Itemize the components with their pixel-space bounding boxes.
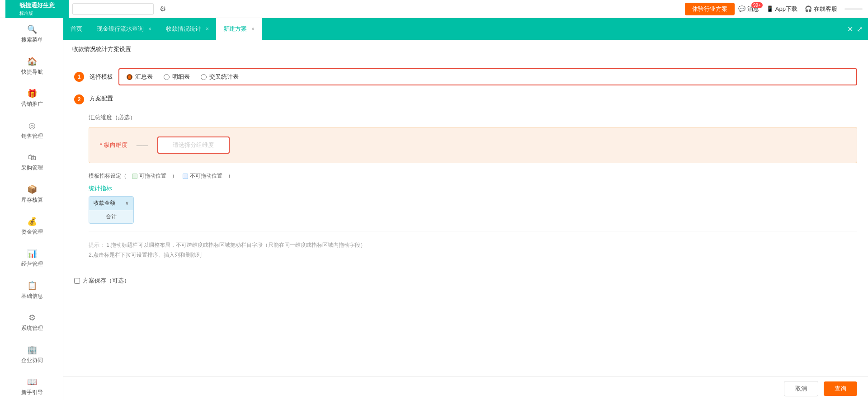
step2-label: 方案配置: [90, 94, 113, 103]
cancel-button[interactable]: 取消: [784, 381, 818, 396]
tab-new-plan-close[interactable]: ×: [251, 26, 255, 32]
sidebar: 🔍 搜索菜单 🏠 快捷导航 🎁 营销推广 ◎ 销售管理 🛍 采购管理 📦 库存核…: [0, 18, 63, 400]
template-radio-group: 汇总表 明细表 交叉统计表: [118, 68, 857, 85]
form-section: 1 选择模板 汇总表 明细表 交叉统计表: [63, 59, 868, 376]
tips-item2: 2.点击标题栏下拉可设置排序、插入列和删除列: [89, 250, 857, 260]
legend-draggable: 可拖动位置: [132, 172, 166, 180]
message-icon: 💬: [738, 5, 745, 12]
sidebar-item-operation[interactable]: 📊 经营管理: [0, 242, 63, 274]
sidebar-item-search-menu[interactable]: 🔍 搜索菜单: [0, 18, 63, 50]
metric-card-header[interactable]: 收款金额 ∨: [89, 197, 133, 210]
main-layout: 🔍 搜索菜单 🏠 快捷导航 🎁 营销推广 ◎ 销售管理 🛍 采购管理 📦 库存核…: [0, 18, 868, 400]
breadcrumb: 收款情况统计方案设置: [72, 46, 131, 52]
user-info[interactable]: [844, 8, 863, 10]
tab-bar: 首页 现金银行流水查询 × 收款情况统计 × 新建方案 × ✕ ⤢: [63, 18, 868, 40]
search-area: ⚙: [72, 3, 681, 15]
step1-label: 选择模板: [90, 73, 113, 81]
step1-row: 1 选择模板 汇总表 明细表 交叉统计表: [74, 68, 857, 85]
save-checkbox-label[interactable]: 方案保存（可选）: [74, 277, 857, 285]
headset-icon: 🎧: [805, 5, 812, 12]
search-icon: 🔍: [27, 24, 37, 34]
home-icon: 🏠: [27, 56, 37, 66]
sidebar-item-marketing[interactable]: 🎁 营销推广: [0, 82, 63, 114]
radio-detail[interactable]: 明细表: [164, 73, 190, 81]
online-support-btn[interactable]: 🎧 在线客服: [805, 5, 837, 13]
search-input[interactable]: [72, 3, 154, 15]
sidebar-item-quick-nav[interactable]: 🏠 快捷导航: [0, 50, 63, 82]
step2-circle: 2: [74, 94, 84, 104]
topbar-right: 💬 消息 99+ 📱 App下载 🎧 在线客服: [738, 5, 863, 13]
tips-divider: [89, 231, 857, 231]
sidebar-item-sales[interactable]: ◎ 销售管理: [0, 114, 63, 146]
vertical-label: * 纵向维度: [100, 141, 127, 149]
dimension-section-title: 汇总维度（必选）: [89, 113, 857, 122]
metrics-section: 模板指标设定（ 可拖动位置 ） 不可拖动位置 ）: [89, 172, 857, 224]
page-content: 收款情况统计方案设置 1 选择模板 汇总表 明细表: [63, 40, 868, 376]
radio-crosstab[interactable]: 交叉统计表: [201, 73, 239, 81]
metric-card-body: 合计: [89, 210, 133, 223]
trial-button[interactable]: 体验行业方案: [685, 3, 735, 15]
footer-area: 方案保存（可选）: [74, 271, 857, 285]
messages-badge: 99+: [751, 2, 763, 8]
dimension-select[interactable]: 请选择分组维度: [157, 136, 230, 154]
tab-bank-flow[interactable]: 现金银行流水查询 ×: [90, 18, 159, 40]
metrics-header: 模板指标设定（ 可拖动位置 ） 不可拖动位置 ）: [89, 172, 857, 180]
save-checkbox[interactable]: [74, 278, 80, 284]
app-logo: 畅捷通好生意 标准版: [5, 0, 69, 18]
sidebar-item-system[interactable]: ⚙ 系统管理: [0, 306, 63, 339]
required-star: * 纵向维度: [100, 141, 127, 148]
legend-separator: ）: [172, 172, 177, 180]
legend-non-draggable: 不可拖动位置: [183, 172, 222, 180]
sales-icon: ◎: [28, 121, 36, 131]
sidebar-item-inventory[interactable]: 📦 库存核算: [0, 178, 63, 210]
tab-maximize-icon[interactable]: ⤢: [857, 25, 863, 33]
sidebar-item-purchase[interactable]: 🛍 采购管理: [0, 146, 63, 178]
gear-icon[interactable]: ⚙: [156, 3, 169, 15]
tab-receipt-stats[interactable]: 收款情况统计 ×: [159, 18, 216, 40]
sidebar-item-enterprise-coop[interactable]: 🏢 企业协同: [0, 339, 63, 371]
step2-row: 2 方案配置: [74, 94, 857, 104]
messages-btn[interactable]: 💬 消息 99+: [738, 5, 759, 13]
dimension-arrow: ——: [137, 142, 148, 149]
purchase-icon: 🛍: [28, 153, 36, 162]
system-icon: ⚙: [28, 313, 36, 323]
download-icon: 📱: [766, 5, 774, 12]
non-draggable-dot: [183, 174, 188, 179]
radio-summary[interactable]: 汇总表: [127, 73, 153, 81]
step1-circle: 1: [74, 72, 84, 82]
tab-home[interactable]: 首页: [63, 18, 90, 40]
metrics-header-title: 模板指标设定（: [89, 172, 127, 180]
guide-icon: 📖: [27, 377, 37, 387]
sidebar-item-finance[interactable]: 💰 资金管理: [0, 210, 63, 242]
tab-bank-flow-close[interactable]: ×: [148, 26, 151, 32]
metric-chevron-icon[interactable]: ∨: [125, 200, 129, 206]
query-button[interactable]: 查询: [824, 381, 857, 396]
bottom-action-bar: 取消 查询: [63, 376, 868, 400]
metric-card-revenue: 收款金额 ∨ 合计: [89, 196, 134, 224]
tips-item1: 提示： 1.拖动标题栏可以调整布局，不可跨维度或指标区域拖动栏目字段（只能在同一…: [89, 240, 857, 250]
enterprise-coop-icon: 🏢: [27, 345, 37, 355]
finance-icon: 💰: [27, 216, 37, 226]
content-area: 首页 现金银行流水查询 × 收款情况统计 × 新建方案 × ✕ ⤢ 收: [63, 18, 868, 400]
tips-section: 提示： 1.拖动标题栏可以调整布局，不可跨维度或指标区域拖动栏目字段（只能在同一…: [89, 240, 857, 260]
tab-close-all-icon[interactable]: ✕: [847, 25, 853, 33]
operation-icon: 📊: [27, 249, 37, 259]
top-bar: 畅捷通好生意 标准版 ⚙ 体验行业方案 💬 消息 99+ 📱 App下载 🎧 在…: [0, 0, 868, 18]
stats-label: 统计指标: [89, 184, 857, 193]
inventory-icon: 📦: [27, 184, 37, 194]
gift-icon: 🎁: [27, 89, 37, 99]
app-download-btn[interactable]: 📱 App下载: [766, 5, 797, 13]
tab-receipt-stats-close[interactable]: ×: [206, 26, 209, 32]
basic-info-icon: 📋: [27, 281, 37, 291]
draggable-dot: [132, 174, 137, 179]
dimension-area: * 纵向维度 —— 请选择分组维度: [89, 127, 857, 163]
sidebar-item-guide[interactable]: 📖 新手引导: [0, 371, 63, 400]
logo-text: 畅捷通好生意 标准版: [19, 1, 55, 17]
sidebar-item-basic-info[interactable]: 📋 基础信息: [0, 274, 63, 306]
tab-bar-right: ✕ ⤢: [847, 25, 868, 33]
page-header: 收款情况统计方案设置: [63, 40, 868, 59]
tab-new-plan[interactable]: 新建方案 ×: [216, 18, 262, 40]
step2-content: 汇总维度（必选） * 纵向维度 —— 请选择分组维度 模板指标设定（: [74, 113, 857, 260]
